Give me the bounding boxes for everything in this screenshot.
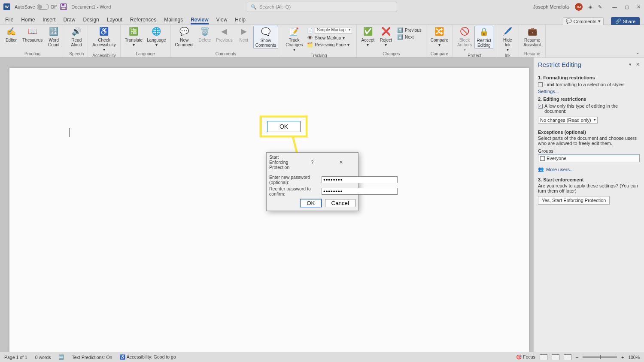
formatting-settings-link[interactable]: Settings...: [538, 89, 640, 94]
share-label: Share: [623, 19, 635, 24]
more-users-link[interactable]: 👥More users...: [538, 166, 640, 172]
focus-mode-button[interactable]: 🎯 Focus: [516, 354, 535, 360]
share-icon: 🔗: [615, 18, 621, 24]
translate-button[interactable]: 🈯Translate ▾: [123, 26, 144, 48]
menu-tabs: File Home Insert Draw Design Layout Refe…: [0, 14, 644, 25]
zoom-out-button[interactable]: −: [576, 355, 578, 360]
read-mode-icon[interactable]: [540, 354, 547, 360]
tab-review[interactable]: Review: [191, 17, 208, 24]
thesaurus-button[interactable]: 📖Thesaurus: [21, 26, 44, 43]
group-resume-label: Resume: [522, 51, 543, 57]
tab-view[interactable]: View: [216, 17, 228, 24]
reviewing-pane-button[interactable]: 🗂️Reviewing Pane ▾: [305, 41, 354, 48]
ribbon-collapse-icon[interactable]: ⌄: [635, 49, 640, 55]
prev-comment-button: ◀Previous: [214, 26, 234, 43]
showcomments-icon: 🗨️: [261, 27, 271, 37]
hideink-icon: 🖊️: [502, 27, 513, 37]
allow-editing-checkbox[interactable]: [538, 104, 543, 109]
tab-design[interactable]: Design: [83, 17, 99, 24]
tab-draw[interactable]: Draw: [63, 17, 75, 24]
user-name[interactable]: Joseph Mendiola: [533, 4, 569, 9]
limit-formatting-checkbox[interactable]: [538, 82, 543, 87]
ribbon: ✍️Editor 📖Thesaurus 🔢Word Count Proofing…: [0, 25, 644, 57]
next-change-button[interactable]: ⬇️Next: [395, 33, 423, 40]
check-accessibility-button[interactable]: ♿Check Accessibility ▾: [91, 26, 117, 53]
reject-button[interactable]: ❌Reject ▾: [377, 26, 395, 48]
pane-close-icon[interactable]: ✕: [636, 62, 640, 67]
group-proofing-label: Proofing: [3, 51, 62, 57]
accept-button[interactable]: ✅Accept ▾: [359, 26, 377, 48]
tab-home[interactable]: Home: [21, 17, 35, 24]
share-button[interactable]: 🔗 Share: [611, 17, 640, 26]
everyone-checkbox[interactable]: [540, 156, 545, 161]
new-comment-button[interactable]: 💬New Comment: [173, 26, 195, 48]
zoom-in-button[interactable]: +: [621, 355, 624, 360]
status-language-icon[interactable]: 🔤: [58, 354, 64, 360]
groups-list[interactable]: Everyone: [538, 154, 640, 162]
dialog-cancel-button[interactable]: Cancel: [325, 199, 356, 207]
tab-help[interactable]: Help: [235, 17, 246, 24]
thesaurus-icon: 📖: [27, 27, 38, 37]
zoom-slider[interactable]: [583, 356, 617, 358]
markup-mode-select[interactable]: 📄Simple Markup: [305, 27, 354, 34]
restrict-editing-pane: Restrict Editing ▾ ✕ 1. Formatting restr…: [533, 57, 644, 352]
tab-file[interactable]: File: [5, 17, 13, 24]
readaloud-icon: 🔊: [71, 27, 82, 37]
resume-assistant-button[interactable]: 💼Resume Assistant: [522, 26, 543, 48]
exceptions-title: Exceptions (optional): [538, 130, 640, 135]
language-button[interactable]: 🌐Language ▾: [145, 26, 168, 48]
close-icon[interactable]: ✕: [637, 4, 641, 10]
svg-rect-2: [61, 7, 66, 9]
pencil-icon[interactable]: ✎: [598, 4, 602, 10]
dialog-help-icon[interactable]: ?: [298, 160, 327, 165]
compare-button[interactable]: 🔀Compare ▾: [429, 26, 450, 48]
zoom-value[interactable]: 100%: [628, 355, 640, 360]
group-language-label: Language: [123, 51, 168, 57]
accept-icon: ✅: [363, 27, 373, 37]
editor-button[interactable]: ✍️Editor: [3, 26, 20, 43]
dialog-close-icon[interactable]: ✕: [327, 160, 355, 165]
pane-dropdown-icon[interactable]: ▾: [629, 62, 632, 67]
group-compare-label: Compare: [429, 51, 450, 57]
dialog-title: Start Enforcing Protection: [269, 154, 298, 170]
web-layout-icon[interactable]: [564, 354, 571, 360]
groups-label: Groups:: [538, 148, 640, 154]
user-avatar[interactable]: JM: [575, 3, 583, 11]
search-input[interactable]: 🔍 Search (Alt+Q): [247, 2, 397, 12]
prev-change-button[interactable]: ⬆️Previous: [395, 27, 423, 33]
track-changes-button[interactable]: 📝Track Changes ▾: [284, 26, 304, 53]
confirm-password-input[interactable]: [322, 188, 398, 195]
section1-title: 1. Formatting restrictions: [538, 75, 640, 80]
save-icon[interactable]: [60, 3, 67, 10]
status-words[interactable]: 0 words: [35, 355, 51, 360]
show-markup-button[interactable]: 👁️Show Markup ▾: [305, 34, 354, 41]
dialog-ok-button[interactable]: OK: [300, 199, 321, 207]
minimize-icon[interactable]: —: [612, 4, 617, 10]
comments-label: Comments: [574, 19, 596, 24]
password-input[interactable]: [322, 176, 398, 183]
tab-layout[interactable]: Layout: [107, 17, 122, 24]
start-enforcing-button[interactable]: Yes, Start Enforcing Protection: [538, 196, 610, 205]
group-speech-label: Speech: [68, 51, 85, 57]
status-page[interactable]: Page 1 of 1: [4, 355, 27, 360]
diamond-icon[interactable]: ◈: [589, 4, 592, 10]
maximize-icon[interactable]: ▢: [625, 4, 629, 10]
editing-mode-select[interactable]: No changes (Read only): [538, 117, 598, 124]
callout-ok-highlight: OK: [260, 116, 307, 137]
print-layout-icon[interactable]: [552, 354, 559, 360]
tab-insert[interactable]: Insert: [43, 17, 55, 24]
status-accessibility[interactable]: ♿ Accessibility: Good to go: [120, 354, 176, 360]
tab-references[interactable]: References: [130, 17, 156, 24]
show-comments-button[interactable]: 🗨️Show Comments: [253, 26, 278, 49]
section2-title: 2. Editing restrictions: [538, 97, 640, 102]
search-icon: 🔍: [251, 4, 257, 10]
autosave-toggle[interactable]: AutoSave Off: [15, 4, 57, 10]
restrict-editing-button[interactable]: 🔒Restrict Editing: [474, 26, 493, 49]
wordcount-icon: 🔢: [49, 27, 59, 37]
hide-ink-button[interactable]: 🖊️Hide Ink ▾: [499, 26, 516, 53]
read-aloud-button[interactable]: 🔊Read Aloud: [68, 26, 85, 48]
status-predictions[interactable]: Text Predictions: On: [72, 355, 112, 360]
tab-mailings[interactable]: Mailings: [164, 17, 183, 24]
word-count-button[interactable]: 🔢Word Count: [45, 26, 62, 48]
autosave-switch-icon[interactable]: [37, 4, 49, 10]
